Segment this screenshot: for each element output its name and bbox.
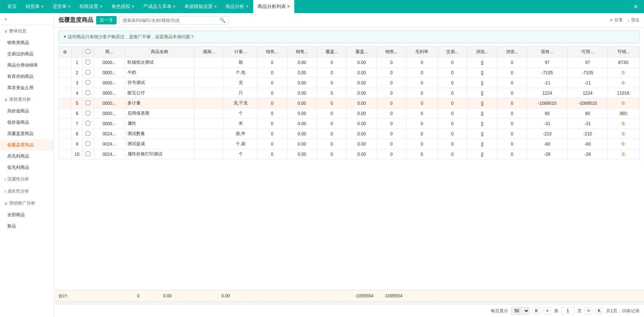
- table-row[interactable]: 8 0024... 测试数量 袋,件 0 0.00 0 0.00 0 0 0 0…: [59, 129, 640, 139]
- sidebar-collapse-button[interactable]: «: [4, 16, 7, 22]
- table-row[interactable]: 6 0000... 启用保质期 个 0 0.00 0 0.00 0 0 0 0 …: [59, 108, 640, 119]
- sidebar-item-low-value[interactable]: 低价值商品: [0, 117, 54, 128]
- share-button[interactable]: ↗ 分享: [609, 17, 623, 23]
- th-browse2[interactable]: 浏览...: [497, 47, 527, 58]
- horizontal-scrollbar[interactable]: [54, 301, 644, 304]
- td-browse1[interactable]: 0: [467, 68, 497, 78]
- th-trade[interactable]: 交易...: [437, 47, 467, 58]
- row-checkbox[interactable]: [86, 80, 90, 85]
- nav-product-analysis[interactable]: 商品分析 ×: [221, 0, 253, 13]
- table-row[interactable]: 1 0000... 旺辅批次测试 箱 0 0.00 0 0.00 0 0 0 0…: [59, 58, 640, 68]
- th-sellable[interactable]: 可销...: [608, 47, 640, 58]
- th-sales3[interactable]: 销售...: [377, 47, 407, 58]
- table-row[interactable]: 5 0000... 多计量 克,千克 0 0.00 0 0.00 0 0 0 0…: [59, 98, 640, 108]
- sidebar-section-marketing[interactable]: ∨ 营销推广分析: [0, 197, 54, 209]
- td-checkbox[interactable]: [83, 68, 94, 78]
- td-checkbox[interactable]: [83, 58, 94, 68]
- td-checkbox[interactable]: [83, 78, 94, 88]
- sidebar-item-all-goods[interactable]: 全部商品: [0, 209, 54, 221]
- last-page-button[interactable]: K: [595, 307, 603, 314]
- page-size-select[interactable]: 50 100 200: [511, 307, 530, 315]
- td-browse1[interactable]: 0: [467, 129, 497, 139]
- td-checkbox[interactable]: [83, 129, 94, 139]
- table-row[interactable]: 2 0000... 牛奶 个,包 0 0.00 0 0.00 0 0 0 0 0…: [59, 68, 640, 78]
- table-row[interactable]: 10 0024... 属性价格打印测试 个 0 0.00 0 0.00 0 0 …: [59, 149, 640, 159]
- td-checkbox[interactable]: [83, 139, 94, 149]
- data-table-container[interactable]: ⚙ 商... 商品名称 规格... 计量... 销售... 销售... 覆盖..…: [58, 46, 640, 290]
- th-browse1[interactable]: 浏览...: [467, 47, 497, 58]
- sidebar-item-traded-goods[interactable]: 交易过的商品: [0, 48, 54, 60]
- table-row[interactable]: 3 0000... 符号测试 克 0 0.00 0 0.00 0 0 0 0 0…: [59, 78, 640, 88]
- nav-home[interactable]: 首页: [3, 0, 21, 13]
- td-browse1[interactable]: 0: [467, 98, 497, 108]
- select-all-checkbox[interactable]: [86, 49, 90, 54]
- export-button[interactable]: ↓ 导出: [627, 17, 640, 23]
- nav-product-analysis-list[interactable]: 商品分析列表 ×: [253, 0, 294, 13]
- sidebar-item-low-margin[interactable]: 低毛利商品: [0, 162, 54, 173]
- sidebar-item-high-value[interactable]: 高价值商品: [0, 106, 54, 117]
- first-page-button[interactable]: K: [533, 307, 541, 314]
- next-page-button[interactable]: >: [585, 307, 592, 314]
- th-margin[interactable]: 毛利率: [407, 47, 437, 58]
- th-avail[interactable]: 可用...: [568, 47, 608, 58]
- row-checkbox[interactable]: [86, 90, 90, 95]
- sidebar-section-circulation[interactable]: › 流通性分析: [0, 173, 54, 185]
- search-icon[interactable]: 🔍: [220, 17, 225, 23]
- row-checkbox[interactable]: [86, 60, 90, 64]
- sidebar-section-overview[interactable]: ∨ 整体信息: [0, 25, 54, 37]
- nav-template-settings[interactable]: 单据模板设置 ×: [180, 0, 221, 13]
- th-checkbox[interactable]: [83, 47, 94, 58]
- th-unit[interactable]: 计量...: [224, 47, 257, 58]
- td-checkbox[interactable]: [83, 119, 94, 129]
- nav-finished-goods[interactable]: 产成品入库单 ×: [139, 0, 180, 13]
- th-cov2[interactable]: 覆盖...: [347, 47, 377, 58]
- row-checkbox[interactable]: [86, 141, 90, 146]
- sidebar-item-new-goods[interactable]: 新品: [0, 221, 54, 232]
- time-filter-button[interactable]: 近一月: [96, 16, 117, 24]
- th-spec[interactable]: 规格...: [194, 47, 224, 58]
- sidebar-item-high-coverage[interactable]: 高覆盖度商品: [0, 128, 54, 139]
- td-checkbox[interactable]: [83, 108, 94, 119]
- current-page-input[interactable]: [561, 307, 574, 314]
- row-checkbox[interactable]: [86, 121, 90, 126]
- table-row[interactable]: 9 0024... 测试提成 个,袋 0 0.00 0 0.00 0 0 0 0…: [59, 139, 640, 149]
- sidebar-item-low-coverage[interactable]: 低覆盖度商品: [0, 139, 54, 151]
- td-checkbox[interactable]: [83, 98, 94, 108]
- table-row[interactable]: 7 0000... 属性 米 0 0.00 0 0.00 0 0 0 0 0 -…: [59, 119, 640, 129]
- window-close-button[interactable]: ✕: [631, 3, 641, 10]
- sidebar-item-sales-goods[interactable]: 销售类商品: [0, 37, 54, 48]
- th-code[interactable]: 商...: [94, 47, 125, 58]
- td-browse1[interactable]: 0: [467, 78, 497, 88]
- sidebar-item-category-rate[interactable]: 商品分类动销率: [0, 60, 54, 71]
- nav-permissions[interactable]: 权限设置 ×: [75, 0, 107, 13]
- sidebar-item-stocked-goods[interactable]: 有库存的商品: [0, 71, 54, 82]
- th-cov1[interactable]: 覆盖...: [317, 47, 347, 58]
- td-browse1[interactable]: 0: [467, 108, 497, 119]
- td-browse1[interactable]: 0: [467, 58, 497, 68]
- sidebar-item-stock-capital[interactable]: 库存资金占用: [0, 82, 54, 94]
- row-checkbox[interactable]: [86, 131, 90, 136]
- td-checkbox[interactable]: [83, 88, 94, 98]
- search-input[interactable]: [123, 18, 218, 23]
- table-row[interactable]: 4 0000... 眼宝公仔 只 0 0.00 0 0.00 0 0 0 0 0…: [59, 88, 640, 98]
- th-name[interactable]: 商品名称: [125, 47, 194, 58]
- row-checkbox[interactable]: [86, 70, 90, 75]
- row-checkbox[interactable]: [86, 100, 90, 105]
- nav-roles[interactable]: 角色授权 ×: [107, 0, 139, 13]
- td-browse1[interactable]: 0: [467, 149, 497, 159]
- row-checkbox[interactable]: [86, 111, 90, 115]
- sidebar-section-cluster[interactable]: ∨ 类群度分析: [0, 94, 54, 106]
- prev-page-button[interactable]: <: [543, 307, 551, 314]
- th-stock[interactable]: 现有...: [527, 47, 568, 58]
- sidebar-item-high-margin[interactable]: 高毛利商品: [0, 151, 54, 162]
- td-checkbox[interactable]: [83, 149, 94, 159]
- th-settings[interactable]: ⚙: [59, 47, 72, 58]
- sidebar-section-growth[interactable]: › 成长性分析: [0, 185, 54, 197]
- row-checkbox[interactable]: [86, 151, 90, 156]
- td-browse1[interactable]: 0: [467, 119, 497, 129]
- th-sales-qty[interactable]: 销售...: [257, 47, 287, 58]
- nav-purchase[interactable]: 进货单 ×: [48, 0, 75, 13]
- td-browse1[interactable]: 0: [467, 88, 497, 98]
- th-sales-amt[interactable]: 销售...: [287, 47, 317, 58]
- td-browse1[interactable]: 0: [467, 139, 497, 149]
